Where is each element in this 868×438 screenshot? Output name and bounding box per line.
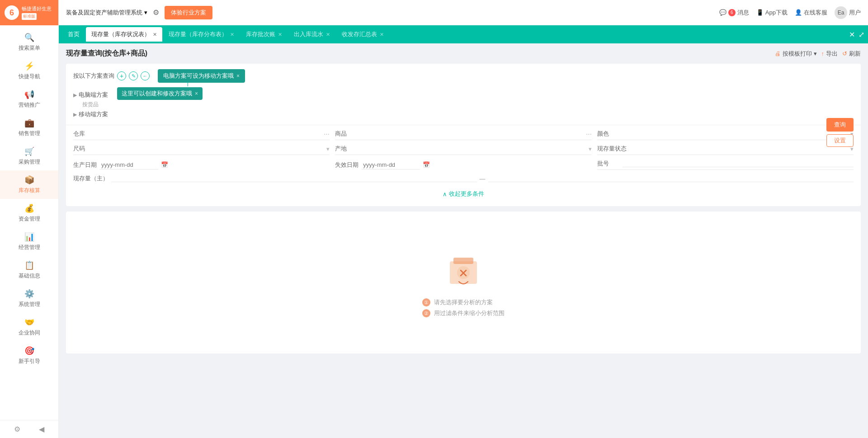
sidebar-logo: 6 畅捷通好生意 标准版: [0, 0, 58, 25]
filter-field-expire-date: 失效日期 📅: [335, 160, 591, 170]
expire-date-start-input[interactable]: [361, 160, 420, 170]
empty-hints: ① 请先选择要分析的方案 ② 用过滤条件来缩小分析范围: [422, 298, 505, 317]
sidebar: 6 畅捷通好生意 标准版 🔍 搜索菜单 ⚡ 快捷导航 📢 营销推广 💼 销售管理…: [0, 0, 59, 438]
quicknav-icon: ⚡: [24, 61, 34, 71]
fullscreen-icon[interactable]: ⤢: [859, 30, 864, 39]
topbar-right: 💬 6 消息 📱 App下载 👤 在线客服 Ea 用户: [719, 6, 861, 19]
sidebar-item-purchase[interactable]: 🛒 采购管理: [0, 142, 58, 170]
qty-start-input[interactable]: [111, 175, 477, 182]
collapse-label: 收起更多条件: [449, 190, 484, 198]
sidebar-item-label: 经营管理: [19, 244, 40, 251]
empty-hint-1: ① 请先选择要分析的方案: [422, 298, 505, 306]
topbar-app-download[interactable]: 📱 App下载: [756, 9, 788, 17]
hint-num-2: ②: [422, 309, 430, 317]
settings-bottom-icon[interactable]: ⚙: [14, 425, 20, 433]
batch-no-label: 批号: [597, 160, 620, 168]
sidebar-item-base[interactable]: 📋 基础信息: [0, 256, 58, 284]
collapse-sidebar-icon[interactable]: ◀: [39, 425, 44, 433]
filter-field-stock-status: 现存量状态 ▾: [597, 145, 854, 155]
export-btn[interactable]: ↑ 导出: [821, 50, 838, 58]
origin-label: 产地: [335, 145, 358, 153]
sidebar-item-finance[interactable]: 💰 资金管理: [0, 199, 58, 227]
refresh-btn[interactable]: ↺ 刷新: [842, 50, 861, 58]
goods-more-icon[interactable]: ⋯: [586, 131, 592, 137]
inventory-icon: 📦: [24, 175, 34, 185]
filter-field-color: 颜色 ▾: [597, 130, 854, 140]
filter-qty-row: 现存量（主） —: [73, 174, 854, 183]
print-btn[interactable]: 🖨 按模板打印 ▾: [775, 50, 817, 58]
expire-date-label: 失效日期: [335, 161, 359, 169]
sidebar-item-guide[interactable]: 🎯 新手引导: [0, 341, 58, 370]
qty-end-input[interactable]: [488, 175, 854, 182]
tooltip2-wrapper: 这里可以创建和修改方案哦 ×: [117, 87, 203, 100]
warehouse-label: 仓库: [73, 130, 96, 138]
tab-close-icon[interactable]: ✕: [278, 32, 282, 38]
dropdown-icon: ▾: [144, 9, 147, 16]
system-icon: ⚙️: [24, 289, 34, 299]
tooltip1-close[interactable]: ×: [236, 73, 240, 79]
topbar-online-service[interactable]: 👤 在线客服: [795, 9, 827, 17]
sidebar-item-operations[interactable]: 📊 经营管理: [0, 227, 58, 256]
produce-date-label: 生产日期: [73, 161, 97, 169]
sidebar-item-sales[interactable]: 💼 销售管理: [0, 113, 58, 142]
calendar-icon-expire[interactable]: 📅: [423, 161, 430, 168]
topbar-settings-icon[interactable]: ⚙: [153, 8, 159, 17]
tooltip2-text: 这里可以创建和修改方案哦: [122, 89, 192, 98]
svg-rect-1: [453, 258, 473, 264]
logo-text: 畅捷通好生意: [22, 5, 52, 12]
sidebar-item-label: 快捷导航: [19, 73, 40, 80]
batch-no-input[interactable]: [623, 160, 854, 167]
tab-recv-summary[interactable]: 收发存汇总表 ✕: [336, 27, 389, 42]
sidebar-item-label: 新手引导: [19, 358, 40, 365]
print-label: 按模板打印: [783, 50, 812, 58]
query-btn-group: 查询 设置: [826, 118, 854, 147]
origin-dropdown-icon[interactable]: ▾: [589, 146, 592, 152]
filter-arrow-btn[interactable]: ←: [141, 71, 150, 80]
collapse-bar[interactable]: ∧ 收起更多条件: [73, 187, 854, 201]
hint-num-1: ①: [422, 298, 430, 306]
filter-add-btn[interactable]: +: [117, 71, 126, 80]
tab-batch-account[interactable]: 库存批次账 ✕: [241, 27, 288, 42]
tab-close-icon[interactable]: ✕: [326, 32, 330, 38]
tab-close-icon[interactable]: ✕: [230, 32, 234, 38]
sidebar-item-label: 企业协同: [19, 329, 40, 337]
scheme-item-mobile[interactable]: ▶ 移动端方案: [73, 108, 108, 120]
sidebar-item-marketing[interactable]: 📢 营销推广: [0, 85, 58, 113]
produce-date-start-input[interactable]: [99, 160, 158, 170]
sidebar-item-enterprise[interactable]: 🤝 企业协同: [0, 313, 58, 341]
empty-hint-2: ② 用过滤条件来缩小分析范围: [422, 309, 505, 317]
purchase-icon: 🛒: [24, 146, 34, 156]
sidebar-item-system[interactable]: ⚙️ 系统管理: [0, 284, 58, 313]
tab-inventory-status[interactable]: 现存量（库存状况表） ✕: [86, 27, 162, 42]
calendar-icon-produce[interactable]: 📅: [161, 161, 168, 168]
tab-close-icon[interactable]: ✕: [380, 32, 384, 38]
filter-row-2: 尺码 ▾ 产地 ▾ 现存量状态 ▾: [73, 145, 854, 155]
filter-field-size: 尺码 ▾: [73, 145, 330, 155]
sidebar-item-inventory[interactable]: 📦 库存核算: [0, 170, 58, 199]
sidebar-item-label: 库存核算: [19, 187, 40, 194]
close-all-tabs-icon[interactable]: ✕: [849, 30, 855, 39]
color-label: 颜色: [597, 130, 620, 138]
system-selector[interactable]: 装备及固定资产辅助管理系统 ▾: [66, 9, 147, 17]
sidebar-item-label: 基础信息: [19, 272, 40, 280]
filter-edit-btn[interactable]: ✎: [129, 71, 138, 80]
query-btn[interactable]: 查询: [826, 118, 854, 132]
tab-home[interactable]: 首页: [62, 27, 85, 42]
warehouse-more-icon[interactable]: ⋯: [324, 131, 330, 137]
size-dropdown-icon[interactable]: ▾: [326, 146, 330, 152]
tooltip-bubble-2: 这里可以创建和修改方案哦 ×: [117, 87, 203, 100]
system-name: 装备及固定资产辅助管理系统: [66, 9, 142, 17]
scheme-item-pc[interactable]: ▶ 电脑端方案: [73, 89, 108, 101]
topbar-user[interactable]: Ea 用户: [835, 6, 861, 19]
topbar-message[interactable]: 💬 6 消息: [719, 9, 749, 17]
sidebar-item-search[interactable]: 🔍 搜索菜单: [0, 28, 58, 57]
mobile-scheme-label: 移动端方案: [79, 110, 108, 118]
reset-btn[interactable]: 设置: [826, 134, 854, 147]
industry-btn[interactable]: 体验行业方案: [165, 6, 212, 19]
sidebar-item-quicknav[interactable]: ⚡ 快捷导航: [0, 57, 58, 85]
tab-label: 库存批次账: [246, 30, 275, 38]
tab-inout-flow[interactable]: 出入库流水 ✕: [288, 27, 335, 42]
tab-close-icon[interactable]: ✕: [153, 32, 157, 38]
tooltip2-close[interactable]: ×: [195, 90, 198, 97]
tab-inventory-dist[interactable]: 现存量（库存分布表） ✕: [163, 27, 240, 42]
